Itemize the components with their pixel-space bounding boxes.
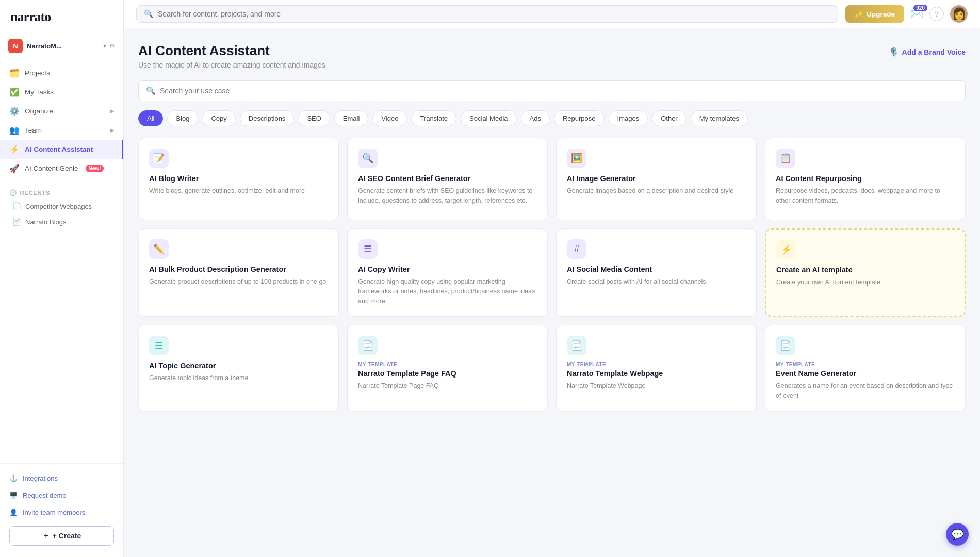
gear-icon[interactable]: ⚙ (109, 42, 115, 50)
card-desc-repurposing: Repurpose videos, podcasts, docs, webpag… (776, 186, 955, 206)
card-desc-bulk-product: Generate product descriptions of up to 1… (149, 277, 328, 287)
workspace-avatar: N (8, 39, 23, 53)
sidebar-item-ai-content-genie[interactable]: 🚀 AI Content Genie New! (0, 159, 123, 178)
card-ai-seo-brief[interactable]: 🔍 AI SEO Content Brief Generator Generat… (347, 138, 548, 220)
filter-pill-ads[interactable]: Ads (521, 110, 550, 126)
recent-narrato-blogs[interactable]: 📄 Narrato Blogs (0, 214, 123, 230)
filter-pill-copy[interactable]: Copy (202, 110, 235, 126)
card-icon-event-name: 📄 (776, 336, 795, 355)
sidebar-label-ai-content-genie: AI Content Genie (25, 165, 78, 172)
card-icon-template-webpage: 📄 (567, 336, 586, 355)
card-desc-event-name: Generates a name for an event based on d… (776, 381, 955, 401)
filter-pill-translate[interactable]: Translate (411, 110, 456, 126)
card-desc-topic-generator: Generate topic ideas from a theme (149, 373, 328, 383)
sidebar-item-team[interactable]: 👥 Team ▶ (0, 121, 123, 140)
card-icon-copy-writer: ☰ (358, 239, 378, 259)
bottom-link-request-demo[interactable]: 🖥️ Request demo (0, 487, 123, 504)
sidebar-item-my-tasks[interactable]: ✅ My Tasks (0, 83, 123, 102)
card-title-copy-writer: AI Copy Writer (358, 265, 537, 273)
card-narrato-template-webpage[interactable]: 📄 MY TEMPLATE Narrato Template Webpage N… (556, 325, 757, 412)
sidebar-item-organize[interactable]: ⚙️ Organize ▶ (0, 102, 123, 121)
card-icon-image: 🖼️ (567, 149, 586, 168)
user-avatar[interactable]: 👩 (950, 5, 968, 23)
card-ai-image-generator[interactable]: 🖼️ AI Image Generator Generate images ba… (556, 138, 757, 220)
tasks-icon: ✅ (9, 87, 20, 97)
filter-pill-all[interactable]: All (138, 110, 163, 126)
card-desc-template-faq: Narrato Template Page FAQ (358, 381, 537, 391)
card-narrato-template-faq[interactable]: 📄 MY TEMPLATE Narrato Template Page FAQ … (347, 325, 548, 412)
filter-pill-repurpose[interactable]: Repurpose (554, 110, 605, 126)
filter-pills: All Blog Copy Descriptions SEO Email Vid… (138, 110, 966, 126)
card-title-blog: AI Blog Writer (149, 174, 328, 183)
page-header: AI Content Assistant Use the magic of AI… (138, 43, 966, 69)
card-title-topic-generator: AI Topic Generator (149, 362, 328, 370)
notification-icon[interactable]: ✉️ 920 (910, 8, 923, 20)
plus-icon: ＋ (42, 531, 50, 540)
chevron-down-icon[interactable]: ▾ (103, 42, 106, 50)
ai-genie-icon: 🚀 (9, 163, 20, 173)
organize-arrow-icon: ▶ (110, 108, 114, 114)
clock-icon: 🕐 (9, 189, 17, 196)
bottom-link-invite-team[interactable]: 👤 Invite team members (0, 504, 123, 521)
card-desc-create-template: Create your own AI content template. (776, 277, 954, 287)
card-badge-webpage: MY TEMPLATE (567, 362, 746, 367)
card-title-repurposing: AI Content Repurposing (776, 174, 955, 183)
mic-icon: 🎙️ (889, 47, 899, 57)
cards-grid: 📝 AI Blog Writer Write blogs, generate o… (138, 138, 966, 412)
create-button[interactable]: ＋ + Create (9, 526, 114, 546)
sidebar-bottom: ⚓ Integrations 🖥️ Request demo 👤 Invite … (0, 463, 123, 557)
recent-competitor-webpages[interactable]: 📄 Competitor Webpages (0, 199, 123, 214)
page-subtitle: Use the magic of AI to create amazing co… (138, 61, 325, 69)
card-desc-image: Generate images based on a description a… (567, 186, 746, 196)
card-title-seo: AI SEO Content Brief Generator (358, 174, 537, 183)
upgrade-button[interactable]: ✨ Upgrade (845, 5, 904, 23)
card-ai-social-media[interactable]: # AI Social Media Content Create social … (556, 228, 757, 317)
recent-label-competitor: Competitor Webpages (25, 203, 92, 210)
card-title-template-faq: Narrato Template Page FAQ (358, 369, 537, 378)
upgrade-label: Upgrade (867, 10, 895, 18)
card-event-name-generator[interactable]: 📄 MY TEMPLATE Event Name Generator Gener… (765, 325, 966, 412)
card-title-event-name: Event Name Generator (776, 369, 955, 378)
help-button[interactable]: ? (929, 7, 944, 21)
sidebar-label-organize: Organize (25, 107, 53, 115)
workspace-selector[interactable]: N NarratoM... ▾ ⚙ (0, 32, 123, 59)
filter-pill-images[interactable]: Images (609, 110, 648, 126)
filter-pill-social-media[interactable]: Social Media (461, 110, 516, 126)
filter-pill-email[interactable]: Email (334, 110, 369, 126)
card-ai-topic-generator[interactable]: ☰ AI Topic Generator Generate topic idea… (138, 325, 339, 412)
chat-bubble-button[interactable]: 💬 (946, 523, 969, 546)
card-desc-social-media: Create social posts with AI for all soci… (567, 277, 746, 287)
card-icon-social-media: # (567, 239, 586, 259)
card-title-social-media: AI Social Media Content (567, 265, 746, 273)
card-ai-bulk-product[interactable]: ✏️ AI Bulk Product Description Generator… (138, 228, 339, 317)
filter-pill-video[interactable]: Video (372, 110, 407, 126)
filter-pill-my-templates[interactable]: My templates (691, 110, 748, 126)
global-search-box[interactable]: 🔍 (136, 5, 838, 23)
search-icon: 🔍 (144, 9, 154, 19)
usecase-search-box[interactable]: 🔍 (138, 80, 966, 101)
card-ai-copy-writer[interactable]: ☰ AI Copy Writer Generate high quality c… (347, 228, 548, 317)
filter-pill-descriptions[interactable]: Descriptions (240, 110, 295, 126)
create-label: + Create (53, 532, 81, 540)
bottom-label-request-demo: Request demo (23, 492, 67, 499)
bottom-link-integrations[interactable]: ⚓ Integrations (0, 470, 123, 487)
topbar: 🔍 ✨ Upgrade ✉️ 920 ? 👩 (124, 0, 980, 28)
filter-pill-other[interactable]: Other (652, 110, 687, 126)
usecase-search-icon: 🔍 (146, 86, 156, 95)
filter-pill-seo[interactable]: SEO (298, 110, 330, 126)
filter-pill-blog[interactable]: Blog (167, 110, 198, 126)
sparkle-icon: ✨ (855, 10, 863, 18)
usecase-search-input[interactable] (160, 87, 958, 95)
card-title-image: AI Image Generator (567, 174, 746, 183)
card-ai-content-repurposing[interactable]: 📋 AI Content Repurposing Repurpose video… (765, 138, 966, 220)
card-create-ai-template[interactable]: ⚡ Create an AI template Create your own … (765, 228, 966, 317)
card-icon-template-faq: 📄 (358, 336, 378, 355)
team-icon: 👥 (9, 125, 20, 135)
add-brand-voice-button[interactable]: 🎙️ Add a Brand Voice (889, 43, 966, 61)
card-badge-event: MY TEMPLATE (776, 362, 955, 367)
sidebar-item-projects[interactable]: 🗂️ Projects (0, 63, 123, 83)
card-desc-seo: Generate content briefs with SEO guideli… (358, 186, 537, 206)
sidebar-item-ai-content-assistant[interactable]: ⚡ AI Content Assistant (0, 140, 123, 159)
card-ai-blog-writer[interactable]: 📝 AI Blog Writer Write blogs, generate o… (138, 138, 339, 220)
global-search-input[interactable] (158, 10, 830, 18)
